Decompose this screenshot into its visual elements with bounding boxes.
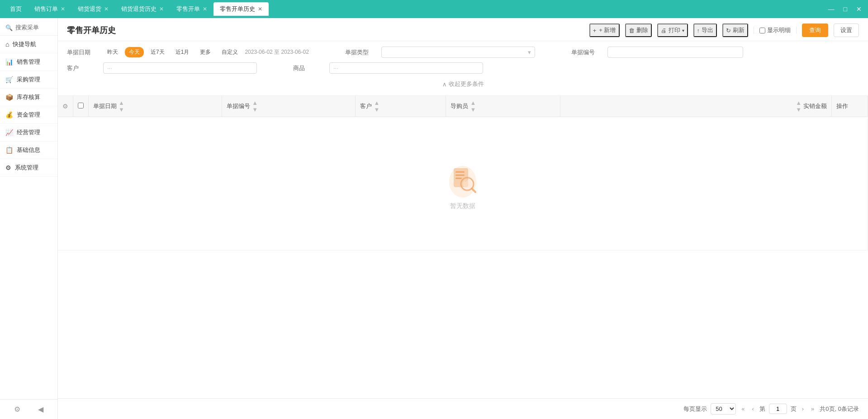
sidebar-item-finance[interactable]: 💰 资金管理	[0, 106, 57, 124]
print-button[interactable]: 🖨 打印 ▾	[657, 24, 688, 37]
sidebar-item-basic-info[interactable]: 📋 基础信息	[0, 141, 57, 159]
no-filter-label: 单据编号	[571, 48, 598, 56]
svg-point-6	[463, 179, 472, 188]
tab-close-retail-order-history[interactable]: ✕	[258, 6, 262, 12]
sidebar-item-inventory[interactable]: 📦 库存核算	[0, 89, 57, 106]
date-btn-more[interactable]: 更多	[196, 47, 215, 57]
window-controls: — □ ✕	[825, 5, 864, 13]
sort-arrows-customer[interactable]: ▲▼	[374, 99, 379, 113]
show-detail-label[interactable]: 显示明细	[759, 26, 791, 34]
search-icon: 🔍	[5, 24, 13, 31]
sidebar-item-system[interactable]: ⚙ 系统管理	[0, 159, 57, 177]
empty-cell: 暂无数据	[58, 117, 868, 250]
action-divider2	[796, 27, 797, 34]
goods-filter-select[interactable]: ···	[329, 62, 483, 74]
filter-row-1: 单据日期 昨天 今天 近7天 近1月 更多 自定义 2023-06-02 至 2…	[67, 47, 859, 58]
column-settings-icon[interactable]: ⚙	[62, 103, 68, 110]
tab-close-sales-return-history[interactable]: ✕	[159, 6, 164, 12]
settings-button[interactable]: 设置	[834, 24, 859, 37]
sidebar-collapse-btn[interactable]: ◀	[38, 405, 43, 414]
total-label: 共0页, 0条记录	[820, 405, 859, 413]
sidebar-settings-btn[interactable]: ⚙	[14, 405, 20, 414]
tab-sales-return-history[interactable]: 销货退货历史 ✕	[115, 2, 170, 16]
empty-state: 暂无数据	[62, 121, 863, 246]
tab-close-sales-return[interactable]: ✕	[104, 6, 109, 12]
empty-row: 暂无数据	[58, 117, 868, 250]
sidebar-item-quick-nav[interactable]: ⌂ 快捷导航	[0, 36, 57, 53]
basic-info-icon: 📋	[5, 146, 13, 154]
tab-retail-order[interactable]: 零售开单 ✕	[170, 2, 213, 16]
window-maximize[interactable]: □	[841, 5, 850, 13]
sort-arrows-salesperson[interactable]: ▲▼	[470, 99, 476, 113]
sort-arrows-date[interactable]: ▲▼	[119, 99, 124, 113]
customer-filter-label: 客户	[67, 64, 94, 72]
date-btn-1month[interactable]: 近1月	[171, 47, 194, 57]
sales-icon: 📊	[5, 58, 13, 66]
date-filter-label: 单据日期	[67, 48, 94, 56]
sort-arrows-no[interactable]: ▲▼	[252, 99, 258, 113]
sidebar-item-operations[interactable]: 📈 经营管理	[0, 124, 57, 141]
date-btn-7days[interactable]: 近7天	[147, 47, 169, 57]
show-detail-checkbox[interactable]	[759, 28, 765, 33]
sort-arrows-amount[interactable]: ▲▼	[796, 99, 802, 113]
first-page-btn[interactable]: «	[740, 405, 746, 413]
sidebar-item-purchase[interactable]: 🛒 采购管理	[0, 71, 57, 89]
add-button[interactable]: + + 新增	[589, 24, 620, 37]
last-page-btn[interactable]: »	[809, 405, 816, 413]
data-table: ⚙ 单据日期 ▲▼ 单据编号	[58, 96, 868, 250]
refresh-button[interactable]: ↻ 刷新	[722, 24, 748, 37]
th-amount: ▲▼ 实销金额	[560, 96, 832, 117]
print-dropdown-icon: ▾	[682, 28, 684, 33]
filter-area: 单据日期 昨天 今天 近7天 近1月 更多 自定义 2023-06-02 至 2…	[58, 41, 868, 96]
header-actions: + + 新增 🗑 删除 🖨 打印 ▾ ↑ 导出 ↻	[589, 24, 859, 37]
date-btn-today[interactable]: 今天	[125, 47, 144, 57]
empty-illustration	[440, 157, 485, 202]
inventory-icon: 📦	[5, 94, 13, 101]
window-minimize[interactable]: —	[825, 5, 837, 13]
sidebar-bottom: ⚙ ◀	[0, 399, 57, 419]
export-button[interactable]: ↑ 导出	[693, 24, 717, 37]
per-page-select[interactable]: 50 20 100	[711, 403, 736, 414]
page-title: 零售开单历史	[67, 25, 116, 36]
delete-icon: 🗑	[629, 27, 635, 34]
query-button[interactable]: 查询	[802, 24, 828, 37]
sidebar-search[interactable]: 🔍 搜索采单	[0, 20, 57, 36]
tab-home[interactable]: 首页	[4, 2, 28, 16]
page-suffix: 页	[791, 405, 797, 413]
sidebar: 🔍 搜索采单 ⌂ 快捷导航 📊 销售管理 🛒 采购管理 📦 库存核算 💰 资金管…	[0, 18, 58, 419]
content-area: 零售开单历史 + + 新增 🗑 删除 🖨 打印 ▾ ↑ 导出	[58, 18, 868, 419]
th-customer: 客户 ▲▼	[356, 96, 446, 117]
page-input[interactable]	[769, 404, 787, 414]
collapse-bar[interactable]: ∧ 收起更多条件	[67, 78, 859, 90]
tab-retail-order-history[interactable]: 零售开单历史 ✕	[213, 2, 269, 16]
main-layout: 🔍 搜索采单 ⌂ 快捷导航 📊 销售管理 🛒 采购管理 📦 库存核算 💰 资金管…	[0, 18, 868, 419]
operations-icon: 📈	[5, 129, 13, 136]
next-page-btn[interactable]: ›	[800, 405, 806, 413]
tab-close-retail-order[interactable]: ✕	[203, 6, 207, 12]
th-no: 单据编号 ▲▼	[222, 96, 356, 117]
type-filter-select[interactable]: ▾	[381, 47, 535, 58]
system-icon: ⚙	[5, 164, 11, 171]
svg-rect-3	[455, 174, 465, 176]
select-all-checkbox[interactable]	[78, 103, 84, 108]
finance-icon: 💰	[5, 111, 13, 118]
window-close[interactable]: ✕	[854, 5, 864, 13]
th-operation: 操作	[832, 96, 868, 117]
pagination-bar: 每页显示 50 20 100 « ‹ 第 页 › » 共0页, 0条记录	[58, 398, 868, 419]
prev-page-btn[interactable]: ‹	[750, 405, 755, 413]
date-btn-yesterday[interactable]: 昨天	[103, 47, 122, 57]
tab-close-sales-order[interactable]: ✕	[61, 6, 65, 12]
per-page-label: 每页显示	[683, 405, 707, 413]
collapse-arrow-icon: ∧	[442, 81, 447, 88]
tab-sales-order[interactable]: 销售订单 ✕	[28, 2, 71, 16]
quick-nav-icon: ⌂	[5, 41, 9, 48]
customer-filter-select[interactable]: ···	[103, 62, 257, 74]
table-header: ⚙ 单据日期 ▲▼ 单据编号	[58, 96, 868, 117]
delete-button[interactable]: 🗑 删除	[625, 24, 652, 37]
page-header: 零售开单历史 + + 新增 🗑 删除 🖨 打印 ▾ ↑ 导出	[58, 18, 868, 41]
sidebar-item-sales[interactable]: 📊 销售管理	[0, 53, 57, 71]
date-btn-custom[interactable]: 自定义	[218, 47, 242, 57]
date-filter-group: 昨天 今天 近7天 近1月 更多 自定义 2023-06-02 至 2023-0…	[103, 47, 309, 57]
no-filter-input[interactable]	[607, 47, 743, 58]
tab-sales-return[interactable]: 销货退货 ✕	[71, 2, 115, 16]
